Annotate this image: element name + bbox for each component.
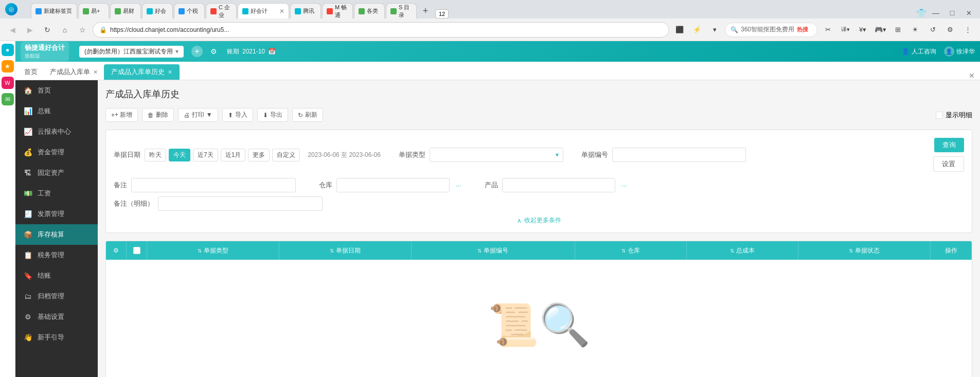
tab-active[interactable]: 好会计 ✕ [238,3,289,19]
maximize-button[interactable]: □ [945,7,959,19]
sidebar-item-home[interactable]: 🏠 首页 [15,80,98,101]
tab-list-page[interactable]: 产成品入库单 ✕ [44,64,104,80]
number-input[interactable] [612,148,746,162]
note-input[interactable] [131,178,296,192]
export-button[interactable]: ⬇ 导出 [257,108,288,122]
new-tab-button[interactable]: + [418,3,433,19]
undo-icon[interactable]: ↺ [925,23,940,37]
display-toggle[interactable]: 显示明细 [936,111,972,120]
query-button[interactable]: 查询 [934,138,964,152]
scissors-icon[interactable]: ✂ [821,23,835,37]
browser-settings-icon[interactable]: ⚙ [943,23,957,37]
sidebar-item-payroll[interactable]: 💵 工资 [15,183,98,204]
user-avatar[interactable]: 👤 徐泽华 [944,46,975,57]
tab[interactable]: 个税 [174,3,205,19]
left-icon-star[interactable]: ★ [2,60,14,73]
sidebar-item-base-settings[interactable]: ⚙ 基础设置 [15,307,98,327]
tab-close-icon[interactable]: ✕ [279,8,284,15]
sidebar-item-inventory[interactable]: 📦 库存核算 [15,224,98,245]
date-yesterday-btn[interactable]: 昨天 [145,149,166,161]
tab[interactable]: M 畅通 [322,3,353,19]
home-button[interactable]: ⌂ [58,23,72,37]
page-close-button[interactable]: ✕ [969,71,975,80]
print-button[interactable]: 🖨 打印 ▼ [178,108,218,122]
th-warehouse[interactable]: ⇅ 仓库 [575,241,687,260]
note-detail-input[interactable] [158,196,323,211]
shirt-icon[interactable]: 👕 [916,8,926,18]
sidebar-item-guide[interactable]: 👋 新手引导 [15,327,98,348]
date-more-btn[interactable]: 更多 [248,149,270,161]
sidebar-item-checkout[interactable]: 🔖 结账 [15,265,98,286]
close-button[interactable]: ✕ [961,7,976,19]
company-selector[interactable]: (勿删勿禁用）江西服宝测试专用 ▾ [79,46,184,58]
tab[interactable]: 腾讯 [290,3,321,19]
delete-button[interactable]: 🗑 删除 [142,108,174,122]
left-icon-weibo[interactable]: W [2,77,14,89]
left-icon-green[interactable]: ● [2,44,14,56]
warehouse-dots: ··· [456,182,461,189]
warehouse-input[interactable] [336,178,450,192]
th-status[interactable]: ⇅ 单据状态 [798,241,931,260]
address-input[interactable]: 🔒 https://cloud.chanjet.com/accounting/u… [93,22,669,38]
date-7days-btn[interactable]: 近7天 [193,149,218,161]
tab-close-history[interactable]: ✕ [168,69,172,76]
sun-icon[interactable]: ☀ [908,23,922,37]
settings-button[interactable]: 设置 [933,156,964,172]
th-checkbox[interactable] [127,241,147,260]
th-date[interactable]: ⇅ 单据日期 [279,241,412,260]
sidebar-item-archive[interactable]: 🗂 归档管理 [15,286,98,307]
forward-button[interactable]: ▶ [23,23,37,37]
sidebar-item-ledger[interactable]: 📊 总账 [15,101,98,121]
browser-menu-icon[interactable]: ⋮ [960,23,975,37]
product-input[interactable] [502,178,615,192]
th-type[interactable]: ⇅ 单据类型 [147,241,279,260]
tab[interactable]: S 目录 [386,3,417,19]
search-bar[interactable]: 🔍 360智能抠图免费用 热搜 [725,23,817,37]
sidebar-label: 库存核算 [38,230,64,239]
grid-icon[interactable]: ⊞ [890,23,905,37]
back-button[interactable]: ◀ [5,23,20,37]
tab-close-list[interactable]: ✕ [93,69,98,76]
sidebar-item-funds[interactable]: 💰 资金管理 [15,142,98,163]
display-checkbox[interactable] [936,112,943,119]
import-button[interactable]: ⬆ 导入 [222,108,253,122]
sidebar-item-tax[interactable]: 📋 税务管理 [15,245,98,265]
th-number[interactable]: ⇅ 单据编号 [412,241,575,260]
yen-icon[interactable]: ¥▾ [856,23,870,37]
sidebar-item-invoice[interactable]: 🧾 发票管理 [15,204,98,224]
user-service-button[interactable]: 👤 人工咨询 [902,47,936,56]
collapse-button[interactable]: ∧ 收起更多条件 [114,216,964,225]
settings-button[interactable]: ⚙ [208,46,219,57]
tab[interactable]: C 企业 [206,3,237,19]
sidebar-item-assets[interactable]: 🏗 固定资产 [15,163,98,183]
tab[interactable]: 易+ [78,3,109,19]
th-cost[interactable]: ⇅ 总成本 [687,241,798,260]
date-today-btn[interactable]: 今天 [169,149,190,161]
address-dropdown-icon[interactable]: ▾ [707,23,722,37]
minimize-button[interactable]: — [929,7,943,19]
bolt-icon[interactable]: ⚡ [690,23,704,37]
tab-history-page[interactable]: 产成品入库单历史 ✕ [104,64,180,80]
refresh-button[interactable]: ↻ [40,23,55,37]
tab[interactable]: 各类 [354,3,385,19]
header-checkbox[interactable] [133,247,140,254]
browser-logo[interactable]: ◎ [5,3,17,15]
left-icon-mail[interactable]: ✉ [2,93,14,105]
type-select[interactable]: ▾ [430,148,563,162]
extensions-icon[interactable]: ⬛ [672,23,687,37]
breadcrumb-home[interactable]: 首页 [18,64,44,80]
bookmark-button[interactable]: ☆ [75,23,90,37]
calendar-icon[interactable]: 📅 [268,48,276,55]
sidebar-item-reports[interactable]: 📈 云报表中心 [15,121,98,142]
tab[interactable]: 新建标签页 [31,3,77,19]
translate-icon[interactable]: 译▾ [838,23,852,37]
new-button[interactable]: + + 新增 [105,108,138,122]
add-account-button[interactable]: + [191,46,203,57]
gamepad-icon[interactable]: 🎮▾ [873,23,887,37]
tab[interactable]: 好会 [142,3,173,19]
tab[interactable]: 易财 [110,3,141,19]
date-1month-btn[interactable]: 近1月 [221,149,246,161]
date-custom-btn[interactable]: 自定义 [272,149,300,161]
th-settings[interactable]: ⚙ [106,241,127,260]
refresh-content-button[interactable]: ↻ 刷新 [292,108,323,122]
